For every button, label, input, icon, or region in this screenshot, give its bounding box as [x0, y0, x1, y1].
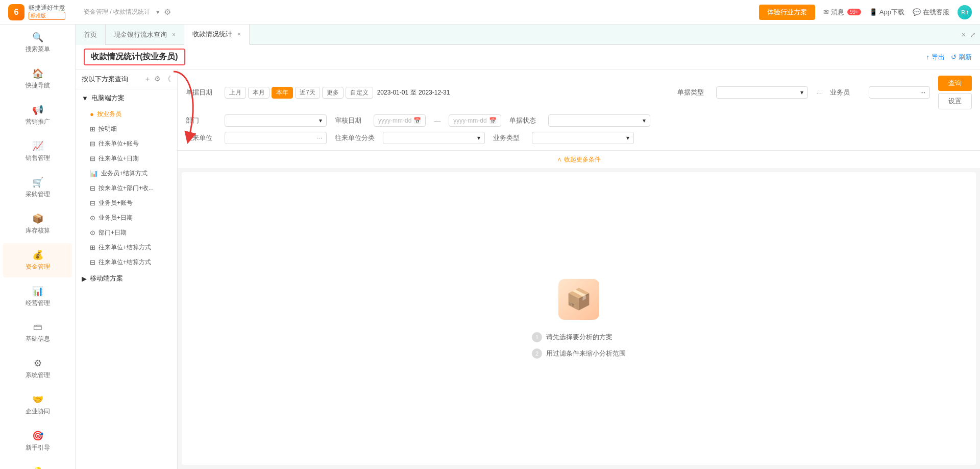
mobile-group-label: 移动端方案 [90, 274, 123, 283]
scheme-partner-settle[interactable]: ⊞ 往来单位+结算方式 [82, 240, 177, 255]
scheme-partner-dept[interactable]: ⊟ 按来单位+部门+收... [82, 181, 177, 196]
tab-bank-flow-label: 现金银行流水查询 [114, 30, 167, 39]
sidebar-item-system[interactable]: ⚙ 系统管理 [3, 351, 72, 386]
sidebar-item-enterprise[interactable]: 🤝 企业协同 [3, 388, 72, 422]
scheme-salesman-account[interactable]: ⊟ 业务员+账号 [82, 196, 177, 210]
logo-area: 6 畅捷通好生意 标准版 [8, 4, 84, 20]
settings-btn[interactable]: 设置 [938, 93, 972, 109]
sidebar-item-sales[interactable]: 📈 销售管理 [3, 134, 72, 169]
user-name: Rit [961, 9, 968, 15]
review-date-to[interactable]: yyyy-mm-dd 📅 [449, 114, 501, 127]
scheme-partner-date-label: 往来单位+日期 [99, 154, 139, 163]
sidebar-item-inventory[interactable]: 📦 库存核算 [3, 207, 72, 241]
step-1-text: 请先选择要分析的方案 [546, 333, 612, 342]
main-layout: 🔍 搜索菜单 🏠 快捷导航 📢 营销推广 📈 销售管理 🛒 采购管理 📦 库存核… [0, 25, 980, 469]
salesman-label: 业务员 [830, 88, 861, 97]
sidebar-item-basic-info[interactable]: 🗃 基础信息 [3, 316, 72, 349]
tab-collection-close[interactable]: × [237, 31, 241, 38]
salesman-select[interactable]: ··· [869, 86, 930, 99]
step-2-text: 用过滤条件来缩小分析范围 [546, 349, 626, 358]
messages-btn[interactable]: ✉ 消息 99+ [823, 8, 861, 17]
review-to-placeholder: yyyy-mm-dd [453, 117, 486, 124]
online-service-btn[interactable]: 💬 在线客服 [913, 8, 949, 17]
sidebar-label-marketing: 营销推广 [26, 118, 50, 126]
review-date-from[interactable]: yyyy-mm-dd 📅 [374, 114, 426, 127]
date-this-year[interactable]: 本年 [272, 87, 293, 99]
scheme-partner-settle2[interactable]: ⊟ 往来单位+结算方式 [82, 255, 177, 270]
sidebar-item-operation[interactable]: 📊 经营管理 [3, 279, 72, 314]
filter-row-3: 往来单位 ··· 往来单位分类 ▾ 业务类型 [186, 132, 972, 144]
tab-collection[interactable]: 收款情况统计 × [184, 25, 250, 45]
scheme-ps-icon: ⊞ [90, 244, 95, 251]
sidebar-item-search[interactable]: 🔍 搜索菜单 [3, 26, 72, 60]
tab-bank-flow[interactable]: 现金银行流水查询 × [106, 25, 184, 45]
smart-hw-icon: 💡 [32, 466, 43, 469]
scheme-salesman-settle[interactable]: 📊 业务员+结算方式 [82, 166, 177, 181]
tab-bank-flow-close[interactable]: × [172, 31, 176, 38]
review-from-placeholder: yyyy-mm-dd [378, 117, 411, 124]
sidebar-item-finance[interactable]: 💰 资金管理 [3, 243, 72, 277]
refresh-icon: ↺ [951, 53, 957, 61]
scheme-by-detail[interactable]: ⊞ 按明细 [82, 122, 177, 136]
dept-select[interactable]: ▾ [225, 114, 327, 127]
scheme-detail-icon: ⊞ [90, 125, 95, 133]
sidebar-item-quick-nav[interactable]: 🏠 快捷导航 [3, 62, 72, 96]
scheme-by-salesman[interactable]: ● 按业务员 [82, 107, 177, 122]
scheme-dept-date[interactable]: ⊙ 部门+日期 [82, 225, 177, 240]
mobile-group-header[interactable]: ▶ 移动端方案 [76, 270, 177, 287]
date-this-month[interactable]: 本月 [248, 87, 270, 99]
doc-type-more-icon[interactable]: ··· [816, 89, 822, 97]
date-last-month[interactable]: 上月 [225, 87, 246, 99]
sidebar-item-new-guide[interactable]: 🎯 新手引导 [3, 424, 72, 458]
salesman-chevron: ··· [920, 89, 925, 96]
date-more[interactable]: 更多 [322, 87, 344, 99]
scheme-active-icon: ● [90, 110, 94, 118]
sidebar-label-enterprise: 企业协同 [26, 407, 50, 416]
collapse-bar[interactable]: ∧ 收起更多条件 [178, 151, 980, 168]
tab-close-all-icon[interactable]: × [962, 31, 966, 39]
review-date-sep: — [434, 117, 440, 125]
date-last-7days[interactable]: 近7天 [295, 87, 320, 99]
partner-input[interactable]: ··· [225, 132, 327, 144]
header-dropdown-icon[interactable]: ▾ [156, 8, 160, 16]
sidebar-item-purchase[interactable]: 🛒 采购管理 [3, 171, 72, 205]
left-panel-title: 按以下方案查询 [82, 75, 128, 84]
partner-more-icon[interactable]: ··· [317, 134, 322, 142]
app-download-btn[interactable]: 📱 App下载 [869, 8, 904, 17]
doc-type-select[interactable]: ▾ [716, 86, 808, 99]
tab-home[interactable]: 首页 [76, 25, 106, 45]
desktop-group-header[interactable]: ▼ 电脑端方案 [76, 89, 177, 107]
sidebar-label-purchase: 采购管理 [26, 190, 50, 199]
scheme-partner-account-label: 往来单位+账号 [99, 139, 139, 148]
doc-status-select[interactable]: ▾ [548, 114, 650, 127]
query-btn[interactable]: 查询 [938, 76, 972, 91]
new-guide-icon: 🎯 [32, 430, 43, 441]
content-area: 首页 现金银行流水查询 × 收款情况统计 × × ⤢ 收款情况统计(按业务员) … [76, 25, 980, 469]
scheme-partner-date[interactable]: ⊟ 往来单位+日期 [82, 151, 177, 166]
scheme-salesman-date[interactable]: ⊙ 业务员+日期 [82, 210, 177, 225]
partner-type-select[interactable]: ▾ [383, 132, 485, 144]
sidebar-item-marketing[interactable]: 📢 营销推广 [3, 98, 72, 132]
sidebar-label-new-guide: 新手引导 [26, 443, 50, 452]
scheme-partner-account[interactable]: ⊟ 往来单位+账号 [82, 136, 177, 151]
date-custom[interactable]: 自定义 [346, 87, 373, 99]
date-quick-btns: 上月 本月 本年 近7天 更多 自定义 [225, 87, 373, 99]
sidebar-label-sales: 销售管理 [26, 154, 50, 162]
trial-btn[interactable]: 体验行业方案 [759, 5, 815, 20]
sidebar-item-smart-hw[interactable]: 💡 智能硬件 [3, 460, 72, 469]
add-scheme-btn[interactable]: ＋ [144, 75, 151, 84]
user-avatar[interactable]: Rit [958, 5, 972, 19]
desktop-schemes-list: ● 按业务员 ⊞ 按明细 ⊟ 往来单位+账号 ⊟ 往来单位+日期 [76, 107, 177, 270]
settings-icon[interactable]: ⚙ [164, 7, 171, 17]
export-btn[interactable]: ↑ 导出 [926, 53, 945, 62]
review-to-cal-icon: 📅 [489, 117, 497, 124]
collapse-panel-btn[interactable]: 《 [164, 75, 171, 84]
basic-info-icon: 🗃 [33, 322, 42, 333]
tab-bar-right: × ⤢ [962, 31, 980, 39]
scheme-settings-icon[interactable]: ⚙ [154, 75, 161, 84]
scheme-ps2-icon: ⊟ [90, 259, 95, 266]
online-service-label: 在线客服 [923, 8, 949, 17]
biz-type-select[interactable]: ▾ [532, 132, 634, 144]
refresh-btn[interactable]: ↺ 刷新 [951, 53, 972, 62]
tab-restore-icon[interactable]: ⤢ [970, 31, 976, 39]
